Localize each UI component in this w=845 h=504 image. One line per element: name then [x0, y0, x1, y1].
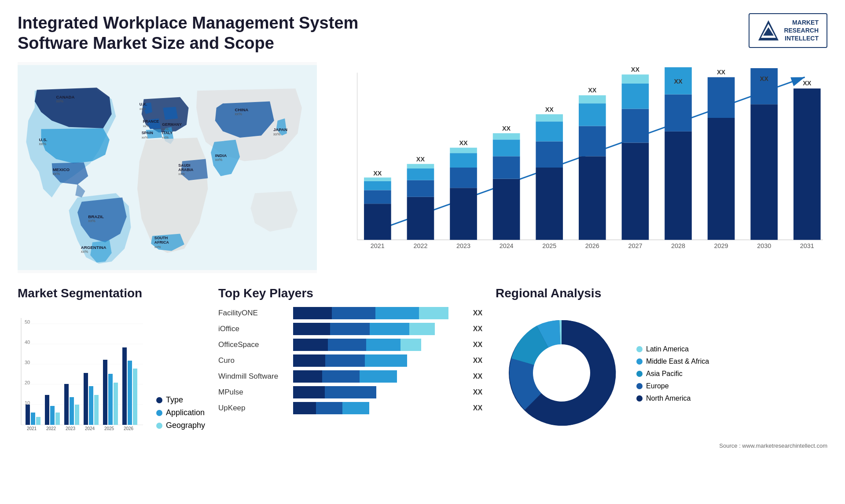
svg-text:xx%: xx%: [162, 127, 169, 131]
segmentation-legend: Type Application Geography: [152, 395, 205, 430]
reg-legend-middle-east: Middle East & Africa: [636, 358, 709, 365]
bar-chart-container: XX 2021 XX 2022 XX 2023: [330, 62, 827, 273]
logo-box: MARKET RESEARCH INTELLECT: [749, 13, 827, 48]
bar-chart-svg: XX 2021 XX 2022 XX 2023: [330, 62, 827, 273]
players-list: FacilityONE XX iOffice: [218, 307, 482, 414]
svg-rect-123: [84, 373, 88, 425]
svg-text:XX: XX: [631, 66, 640, 73]
svg-rect-91: [750, 104, 778, 240]
svg-rect-46: [407, 197, 434, 240]
svg-text:XX: XX: [373, 170, 382, 177]
svg-text:XX: XX: [459, 139, 468, 146]
svg-text:xx%: xx%: [56, 99, 63, 104]
svg-rect-121: [75, 405, 79, 425]
svg-rect-117: [55, 413, 60, 425]
svg-text:2031: 2031: [800, 242, 814, 249]
player-row: UpKeep XX: [218, 402, 482, 414]
svg-text:U.K.: U.K.: [140, 102, 147, 106]
svg-rect-76: [622, 143, 649, 240]
svg-rect-95: [794, 88, 821, 240]
svg-text:XX: XX: [717, 69, 726, 76]
svg-rect-64: [536, 168, 563, 240]
svg-text:2021: 2021: [371, 242, 385, 249]
svg-rect-78: [622, 84, 649, 109]
svg-text:ITALY: ITALY: [162, 131, 173, 135]
svg-text:xx%: xx%: [142, 135, 148, 139]
svg-rect-52: [450, 188, 477, 240]
svg-rect-53: [450, 168, 477, 188]
legend-dot-type: [156, 397, 162, 403]
svg-text:xx%: xx%: [143, 124, 150, 128]
svg-rect-128: [108, 374, 113, 425]
svg-rect-125: [94, 395, 99, 425]
legend-type: Type: [156, 395, 205, 405]
svg-rect-42: [364, 181, 391, 190]
svg-text:xx%: xx%: [273, 132, 281, 136]
svg-rect-83: [665, 95, 692, 131]
svg-text:XX: XX: [760, 75, 769, 82]
svg-text:2025: 2025: [104, 426, 114, 430]
svg-text:ARGENTINA: ARGENTINA: [81, 245, 107, 250]
svg-rect-40: [364, 204, 391, 240]
svg-rect-127: [103, 360, 107, 425]
player-row: OfficeSpace XX: [218, 339, 482, 351]
segmentation-section: Market Segmentation 0 10 20 30 40 50: [18, 286, 205, 462]
svg-text:2021: 2021: [27, 426, 37, 430]
svg-text:2025: 2025: [542, 242, 556, 249]
svg-text:2027: 2027: [628, 242, 642, 249]
svg-text:SPAIN: SPAIN: [142, 131, 153, 135]
page-title: Integrated Workplace Management System S…: [18, 13, 378, 53]
svg-rect-48: [407, 168, 434, 180]
reg-legend-asia-pacific: Asia Pacific: [636, 370, 709, 378]
svg-point-136: [533, 344, 590, 402]
svg-text:SAUDI: SAUDI: [178, 163, 190, 168]
players-title: Top Key Players: [218, 286, 482, 300]
bottom-section: Market Segmentation 0 10 20 30 40 50: [18, 286, 827, 462]
top-section: CANADA xx% U.S. xx% MEXICO xx% BRAZIL xx…: [18, 62, 827, 273]
svg-rect-72: [579, 103, 606, 126]
svg-text:XX: XX: [545, 106, 554, 113]
svg-text:INDIA: INDIA: [215, 153, 227, 158]
svg-text:XX: XX: [588, 87, 597, 94]
svg-text:CHINA: CHINA: [235, 107, 248, 112]
world-map-svg: CANADA xx% U.S. xx% MEXICO xx% BRAZIL xx…: [18, 62, 317, 273]
svg-rect-111: [26, 405, 30, 425]
svg-text:2022: 2022: [46, 426, 56, 430]
svg-rect-92: [750, 68, 778, 104]
svg-text:xx%: xx%: [235, 112, 242, 117]
regional-section: Regional Analysis: [496, 286, 827, 462]
svg-text:MEXICO: MEXICO: [53, 167, 70, 172]
player-row: FacilityONE XX: [218, 307, 482, 319]
legend-dot-application: [156, 410, 162, 416]
svg-rect-70: [579, 157, 606, 240]
logo-icon: [757, 19, 779, 41]
legend-geography: Geography: [156, 421, 205, 430]
svg-rect-61: [493, 133, 520, 139]
svg-rect-79: [622, 75, 649, 84]
donut-chart: [496, 307, 628, 441]
svg-rect-55: [450, 148, 477, 153]
svg-rect-82: [665, 131, 692, 240]
svg-rect-49: [407, 164, 434, 168]
svg-rect-113: [36, 417, 40, 425]
svg-text:2026: 2026: [124, 426, 134, 430]
svg-text:U.S.: U.S.: [39, 137, 48, 142]
svg-rect-132: [128, 361, 132, 425]
svg-rect-54: [450, 153, 477, 168]
svg-text:2028: 2028: [671, 242, 685, 249]
svg-rect-88: [708, 77, 735, 118]
regional-legend: Latin America Middle East & Africa Asia …: [636, 345, 709, 402]
svg-text:SOUTH: SOUTH: [154, 236, 168, 240]
reg-legend-europe: Europe: [636, 382, 709, 390]
svg-text:2029: 2029: [714, 242, 728, 249]
svg-rect-119: [64, 384, 69, 425]
svg-text:xx%: xx%: [162, 135, 169, 139]
regional-title: Regional Analysis: [496, 286, 827, 300]
svg-rect-47: [407, 180, 434, 197]
svg-text:xx%: xx%: [154, 245, 161, 249]
svg-rect-41: [364, 190, 391, 204]
svg-text:XX: XX: [416, 156, 425, 163]
legend-application: Application: [156, 408, 205, 417]
svg-rect-87: [708, 118, 735, 240]
header: Integrated Workplace Management System S…: [18, 13, 827, 53]
